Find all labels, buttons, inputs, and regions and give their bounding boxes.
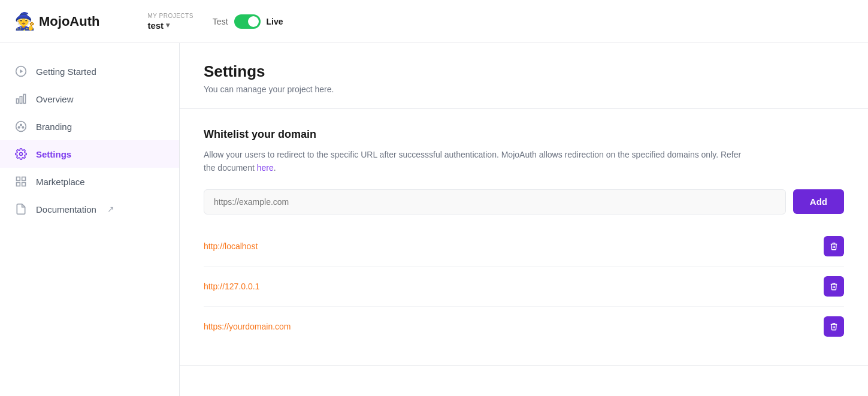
logo[interactable]: 🧙 MojoAuth — [14, 11, 99, 31]
page-subtitle: You can manage your project here. — [204, 84, 844, 94]
domain-url: https://yourdomain.com — [204, 322, 291, 331]
chevron-down-icon: ▾ — [166, 21, 170, 29]
add-domain-button[interactable]: Add — [793, 189, 844, 214]
env-toggle: Test Live — [213, 14, 283, 29]
sidebar-item-settings-label: Settings — [36, 149, 71, 159]
sidebar-item-documentation[interactable]: Documentation ↗ — [0, 195, 179, 223]
svg-rect-2 — [17, 99, 19, 104]
svg-rect-4 — [23, 95, 25, 104]
sidebar: Getting Started Overview Branding — [0, 43, 180, 396]
delete-domain-button[interactable] — [824, 236, 844, 256]
svg-rect-11 — [22, 177, 26, 181]
svg-rect-12 — [17, 183, 20, 186]
sidebar-item-documentation-label: Documentation — [36, 204, 96, 214]
svg-marker-1 — [20, 69, 23, 74]
file-icon — [14, 202, 28, 216]
whitelist-section: Whitelist your domain Allow your users t… — [180, 109, 868, 366]
svg-point-6 — [18, 126, 20, 128]
domain-list: http://localhost http://127.0.0.1 — [204, 226, 844, 346]
layout: Getting Started Overview Branding — [0, 43, 868, 396]
toggle-knob — [248, 16, 259, 27]
here-link[interactable]: here — [257, 163, 274, 173]
logo-text: MojoAuth — [39, 14, 99, 29]
project-name-text: test — [147, 20, 164, 31]
add-domain-row: Add — [204, 189, 844, 214]
sidebar-item-getting-started-label: Getting Started — [36, 66, 96, 77]
external-link-icon: ↗ — [107, 204, 114, 214]
sidebar-item-branding[interactable]: Branding — [0, 113, 179, 140]
sidebar-item-overview-label: Overview — [36, 94, 74, 104]
domain-item: https://yourdomain.com — [204, 307, 844, 346]
sidebar-item-marketplace-label: Marketplace — [36, 177, 85, 187]
content-area: Settings You can manage your project her… — [180, 43, 868, 396]
page-title: Settings — [204, 62, 844, 81]
gear-icon — [14, 147, 28, 161]
project-dropdown[interactable]: test ▾ — [147, 20, 193, 31]
sidebar-item-branding-label: Branding — [36, 122, 72, 132]
domain-item: http://127.0.0.1 — [204, 267, 844, 307]
grid-icon — [14, 175, 28, 188]
svg-point-5 — [16, 122, 26, 132]
delete-domain-button[interactable] — [824, 276, 844, 297]
logo-icon: 🧙 — [14, 11, 35, 31]
sidebar-item-getting-started[interactable]: Getting Started — [0, 58, 179, 85]
sidebar-item-overview[interactable]: Overview — [0, 85, 179, 113]
my-projects-label: MY PROJECTS — [147, 13, 193, 19]
page-header: Settings You can manage your project her… — [180, 43, 868, 109]
delete-domain-button[interactable] — [824, 316, 844, 337]
svg-point-7 — [20, 124, 22, 126]
domain-url: http://127.0.0.1 — [204, 282, 259, 291]
env-test-label: Test — [213, 17, 228, 26]
env-toggle-switch[interactable] — [234, 14, 261, 29]
palette-icon — [14, 120, 28, 133]
sidebar-item-marketplace[interactable]: Marketplace — [0, 168, 179, 195]
whitelist-description: Allow your users to redirect to the spec… — [204, 148, 743, 175]
svg-point-9 — [20, 153, 23, 156]
whitelist-title: Whitelist your domain — [204, 128, 844, 141]
svg-rect-3 — [20, 96, 22, 104]
header: 🧙 MojoAuth MY PROJECTS test ▾ Test Live — [0, 0, 868, 43]
domain-input[interactable] — [204, 189, 786, 214]
sidebar-item-settings[interactable]: Settings — [0, 140, 179, 168]
svg-rect-10 — [17, 177, 20, 181]
domain-item: http://localhost — [204, 226, 844, 267]
main-content: Settings You can manage your project her… — [180, 43, 868, 396]
svg-rect-13 — [22, 183, 26, 186]
svg-point-8 — [22, 126, 24, 128]
project-selector: MY PROJECTS test ▾ — [147, 13, 193, 31]
bar-chart-icon — [14, 92, 28, 105]
domain-url: http://localhost — [204, 241, 258, 251]
play-circle-icon — [14, 65, 28, 78]
env-live-label: Live — [267, 17, 283, 26]
